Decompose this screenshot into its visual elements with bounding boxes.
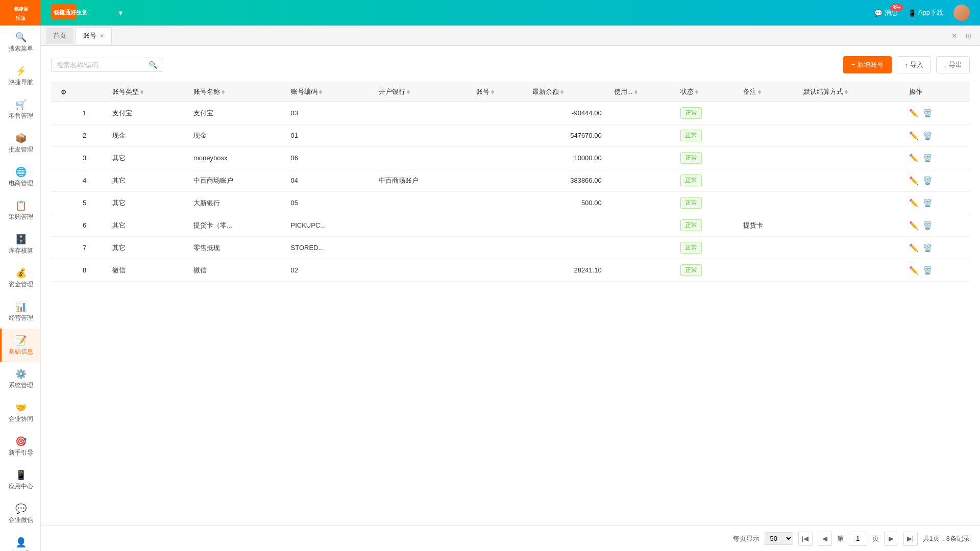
retail-icon: 🛒 xyxy=(15,99,27,110)
prev-page-button[interactable]: ◀ xyxy=(818,532,832,546)
th-balance[interactable]: 最新余额 xyxy=(526,82,608,102)
edit-btn-1[interactable]: ✏️ xyxy=(909,131,919,140)
delete-btn-7[interactable]: 🗑️ xyxy=(923,266,933,275)
cell-bank-3: 中百商场账户 xyxy=(373,169,470,192)
first-page-button[interactable]: |◀ xyxy=(798,532,813,546)
sidebar-item-enterprise[interactable]: 🤝企业协同 xyxy=(0,396,40,430)
sidebar-item-operations[interactable]: 📊经营管理 xyxy=(0,295,40,329)
export-button[interactable]: ↓ 导出 xyxy=(936,56,970,73)
sidebar-item-wholesale[interactable]: 📦批发管理 xyxy=(0,127,40,160)
topbar-message[interactable]: 💬 消息 99+ xyxy=(874,8,898,17)
delete-btn-0[interactable]: 🗑️ xyxy=(923,109,933,118)
sidebar-item-quick-nav[interactable]: ⚡快捷导航 xyxy=(0,59,40,93)
cell-bank-0 xyxy=(373,102,470,124)
th-code[interactable]: 账号编码 xyxy=(285,82,373,102)
sidebar-item-members[interactable]: 👤畅会员 xyxy=(0,531,40,551)
cell-usage-4 xyxy=(608,192,674,214)
pagination-bar: 每页显示 50 10 20 100 |◀ ◀ 第 页 ▶ ▶| 共1页，8条记录 xyxy=(41,525,980,551)
search-box[interactable]: 🔍 xyxy=(51,58,163,72)
cell-remark-3 xyxy=(737,169,797,192)
th-name[interactable]: 账号名称 xyxy=(187,82,284,102)
delete-btn-5[interactable]: 🗑️ xyxy=(923,221,933,230)
sort-usage-icon xyxy=(634,90,638,94)
sidebar-item-enterprise-wx[interactable]: 💬企业微信 xyxy=(0,497,40,531)
sidebar-logo-subtext: 乐版 xyxy=(15,15,26,22)
cell-balance-4: 500.00 xyxy=(526,192,608,214)
sidebar-item-inventory[interactable]: 🗄️库存核算 xyxy=(0,228,40,261)
th-status[interactable]: 状态 xyxy=(674,82,737,102)
cell-settlement-5 xyxy=(797,214,903,237)
tab-home[interactable]: 首页 xyxy=(46,28,74,44)
sidebar-item-system[interactable]: ⚙️系统管理 xyxy=(0,362,40,396)
sidebar-item-search-menu[interactable]: 🔍搜索菜单 xyxy=(0,26,40,59)
topbar-avatar[interactable] xyxy=(953,5,970,21)
topbar-app-download[interactable]: 📱 App下载 xyxy=(908,8,943,17)
delete-btn-3[interactable]: 🗑️ xyxy=(923,176,933,185)
search-icon[interactable]: 🔍 xyxy=(149,61,157,69)
operations-icon: 📊 xyxy=(15,301,27,312)
page-size-select[interactable]: 50 10 20 100 xyxy=(765,532,793,545)
topbar-dropdown[interactable]: ▼ xyxy=(117,9,124,17)
export-label: 导出 xyxy=(949,60,962,69)
cell-settlement-0 xyxy=(797,102,903,124)
sidebar-nav: 🔍搜索菜单⚡快捷导航🛒零售管理📦批发管理🌐电商管理📋采购管理🗄️库存核算💰资金管… xyxy=(0,26,40,551)
delete-btn-4[interactable]: 🗑️ xyxy=(923,198,933,208)
cell-settings-1 xyxy=(51,124,77,147)
th-type[interactable]: 账号类型 xyxy=(106,82,187,102)
cell-bank-1 xyxy=(373,124,470,147)
sidebar-item-guide[interactable]: 🎯新手引导 xyxy=(0,430,40,463)
svg-text:畅捷通: 畅捷通 xyxy=(14,7,28,12)
th-remark[interactable]: 备注 xyxy=(737,82,797,102)
tab-account[interactable]: 账号 ✕ xyxy=(76,28,112,44)
th-bank[interactable]: 开户银行 xyxy=(373,82,470,102)
tab-ctrl-close[interactable]: ✕ xyxy=(948,30,961,42)
th-default-settlement[interactable]: 默认结算方式 xyxy=(797,82,903,102)
sidebar-item-capital[interactable]: 💰资金管理 xyxy=(0,261,40,295)
sidebar-item-basic-info[interactable]: 📝基础信息 xyxy=(0,329,40,362)
cell-index-6: 7 xyxy=(77,237,106,259)
delete-btn-1[interactable]: 🗑️ xyxy=(923,131,933,140)
search-input[interactable] xyxy=(57,61,149,69)
edit-btn-4[interactable]: ✏️ xyxy=(909,198,919,208)
cell-account-0 xyxy=(470,102,526,124)
edit-btn-7[interactable]: ✏️ xyxy=(909,266,919,275)
last-page-button[interactable]: ▶| xyxy=(903,532,918,546)
th-status-label: 状态 xyxy=(680,87,694,96)
delete-btn-6[interactable]: 🗑️ xyxy=(923,243,933,253)
page-number-input[interactable] xyxy=(849,532,867,546)
cell-actions-1: ✏️ 🗑️ xyxy=(903,124,970,147)
cell-code-4: 05 xyxy=(285,192,373,214)
tab-account-close[interactable]: ✕ xyxy=(100,33,104,39)
edit-btn-5[interactable]: ✏️ xyxy=(909,221,919,230)
cell-account-7 xyxy=(470,259,526,282)
cell-remark-1 xyxy=(737,124,797,147)
sidebar-label-system: 系统管理 xyxy=(9,381,33,390)
cell-type-7: 微信 xyxy=(106,259,187,282)
tab-ctrl-expand[interactable]: ⊞ xyxy=(963,30,975,42)
edit-btn-0[interactable]: ✏️ xyxy=(909,109,919,118)
th-usage[interactable]: 使用... xyxy=(608,82,674,102)
add-account-button[interactable]: + 新增账号 xyxy=(843,56,892,73)
cell-remark-5: 提货卡 xyxy=(737,214,797,237)
sidebar-item-purchase[interactable]: 📋采购管理 xyxy=(0,194,40,228)
th-settings[interactable]: ⚙ xyxy=(51,82,77,102)
edit-btn-2[interactable]: ✏️ xyxy=(909,154,919,163)
sort-code-icon xyxy=(319,90,322,94)
sidebar-item-ecommerce[interactable]: 🌐电商管理 xyxy=(0,160,40,194)
sidebar-item-app-center[interactable]: 📱应用中心 xyxy=(0,463,40,497)
cell-status-0: 正常 xyxy=(674,102,737,124)
next-page-button[interactable]: ▶ xyxy=(884,532,898,546)
sidebar-label-search-menu: 搜索菜单 xyxy=(9,44,33,53)
edit-btn-6[interactable]: ✏️ xyxy=(909,243,919,253)
edit-btn-3[interactable]: ✏️ xyxy=(909,176,919,185)
sidebar-item-retail[interactable]: 🛒零售管理 xyxy=(0,93,40,127)
accounts-table: ⚙ 账号类型 账号名称 xyxy=(51,82,970,282)
delete-btn-2[interactable]: 🗑️ xyxy=(923,154,933,163)
cell-code-2: 06 xyxy=(285,147,373,169)
import-button[interactable]: ↑ 导入 xyxy=(897,56,931,73)
enterprise-wx-icon: 💬 xyxy=(15,503,27,514)
th-account[interactable]: 账号 xyxy=(470,82,526,102)
cell-index-1: 2 xyxy=(77,124,106,147)
cell-remark-7 xyxy=(737,259,797,282)
cell-settlement-3 xyxy=(797,169,903,192)
